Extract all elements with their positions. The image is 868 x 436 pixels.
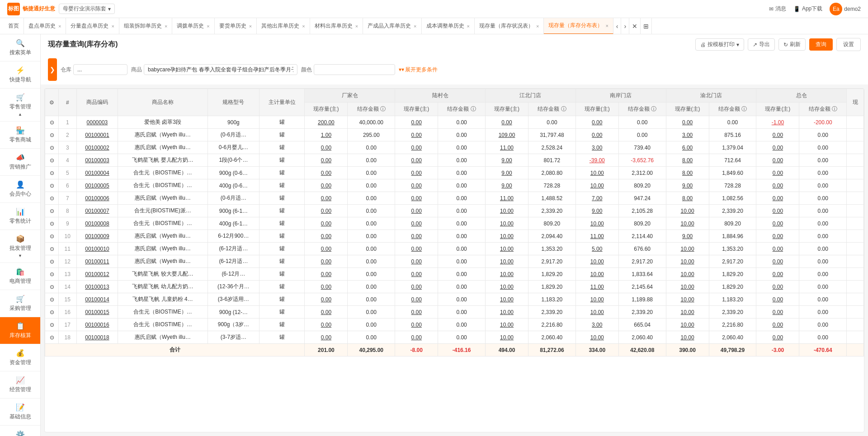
row-changjia-qty[interactable]: 0.00 [305,141,348,154]
row-yubei-qty[interactable]: 6.00 [666,141,709,154]
sidebar-item-wholesale[interactable]: 📦 批发管理 ▼ [0,230,40,263]
row-jiangbei-qty[interactable]: 10.00 [485,306,528,319]
row-jiangbei-qty[interactable]: 10.00 [485,331,528,344]
color-input[interactable] [314,64,395,75]
row-changjia-qty[interactable]: 0.00 [305,319,348,331]
row-yubei-qty[interactable]: 10.00 [666,319,709,331]
sidebar-item-retail-store[interactable]: 🏪 零售商城 [0,122,40,149]
row-zongcang-qty[interactable]: 0.00 [756,306,799,319]
close-icon[interactable]: × [165,23,167,29]
row-changjia-qty[interactable]: 0.00 [305,192,348,205]
row-zongcang-qty[interactable]: 0.00 [756,268,799,281]
row-changjia-qty[interactable]: 0.00 [305,217,348,230]
row-changjia-qty[interactable]: 0.00 [305,243,348,255]
row-lucun-qty[interactable]: 0.00 [395,141,438,154]
row-code[interactable]: 00100016 [76,319,118,331]
row-nanan-qty[interactable]: 10.00 [576,217,618,230]
row-settings[interactable]: ⊙ [45,268,59,281]
user-area[interactable]: Ea demo2 [830,3,861,15]
close-icon[interactable]: × [536,23,539,29]
tab-prev-btn[interactable]: ‹ [613,18,622,34]
row-jiangbei-qty[interactable]: 10.00 [485,293,528,306]
sidebar-item-system[interactable]: ⚙️ 系统管理 [0,426,40,436]
row-settings[interactable]: ⊙ [45,255,59,268]
row-yubei-qty[interactable]: 10.00 [666,306,709,319]
row-yubei-qty[interactable]: 10.00 [666,217,709,230]
sidebar-item-inventory[interactable]: 📋 库存核算 [0,317,40,344]
tab-close-all-btn[interactable]: ✕ [629,18,641,34]
row-settings[interactable]: ⊙ [45,243,59,255]
sidebar-item-marketing[interactable]: 📣 营销推广 [0,149,40,176]
row-settings[interactable]: ⊙ [45,230,59,243]
row-changjia-qty[interactable]: 0.00 [305,268,348,281]
row-code[interactable]: 00100008 [76,217,118,230]
row-zongcang-qty[interactable]: 0.00 [756,129,799,141]
close-icon[interactable]: × [355,23,358,29]
query-btn[interactable]: 查询 [809,38,833,51]
row-yubei-qty[interactable]: 10.00 [666,281,709,293]
row-code[interactable]: 00100007 [76,205,118,217]
row-nanan-qty[interactable]: 10.00 [576,255,618,268]
tab-next-btn[interactable]: › [621,18,629,34]
message-btn[interactable]: ✉ 消息 [769,5,786,13]
close-icon[interactable]: × [249,23,252,29]
row-changjia-qty[interactable]: 0.00 [305,205,348,217]
row-zongcang-qty[interactable]: 0.00 [756,141,799,154]
row-jiangbei-qty[interactable]: 10.00 [485,255,528,268]
tab-cost-adjust[interactable]: 成本调整单历史 × [422,18,475,34]
row-nanan-qty[interactable]: 10.00 [576,306,618,319]
row-changjia-qty[interactable]: 0.00 [305,331,348,344]
tab-home[interactable]: 首页 [4,18,24,34]
row-settings[interactable]: ⊙ [45,319,59,331]
tab-inventory-single[interactable]: 盘点单历史 × [24,18,66,34]
refresh-btn[interactable]: ↻ 刷新 [778,38,806,51]
row-lucun-qty[interactable]: 0.00 [395,116,438,129]
row-lucun-qty[interactable]: 0.00 [395,179,438,192]
collapse-btn[interactable]: ❯ [48,58,57,81]
row-yubei-qty[interactable]: 9.00 [666,230,709,243]
row-yubei-qty[interactable]: 10.00 [666,205,709,217]
sidebar-item-finance[interactable]: 💰 资金管理 [0,344,40,371]
sidebar-item-retail-stats[interactable]: 📊 零售统计 [0,203,40,230]
row-yubei-qty[interactable]: 8.00 [666,167,709,179]
tab-expand-btn[interactable]: ⊞ [641,18,652,34]
row-settings[interactable]: ⊙ [45,192,59,205]
close-icon[interactable]: × [414,23,416,29]
row-changjia-qty[interactable]: 0.00 [305,281,348,293]
tab-transfer[interactable]: 调拨单历史 × [172,18,214,34]
row-zongcang-qty[interactable]: 0.00 [756,167,799,179]
row-changjia-qty[interactable]: 0.00 [305,230,348,243]
row-lucun-qty[interactable]: 0.00 [395,319,438,331]
row-yubei-qty[interactable]: 3.00 [666,129,709,141]
th-settings[interactable]: ⚙ [45,89,59,116]
app-download-btn[interactable]: 📱 App下载 [793,5,822,13]
row-zongcang-qty[interactable]: 0.00 [756,192,799,205]
row-code[interactable]: 00100014 [76,293,118,306]
sidebar-item-retail-mgmt[interactable]: 🛒 零售管理 ▲ [0,89,40,122]
close-icon[interactable]: × [58,23,61,29]
settings-btn[interactable]: 设置 [836,38,861,51]
row-lucun-qty[interactable]: 0.00 [395,217,438,230]
row-jiangbei-qty[interactable]: 11.00 [485,141,528,154]
tab-stock-status[interactable]: 现存量（库存状况表） × [475,18,544,34]
row-lucun-qty[interactable]: 0.00 [395,268,438,281]
row-changjia-qty[interactable]: 1.00 [305,129,348,141]
close-icon[interactable]: × [207,23,209,29]
row-zongcang-qty[interactable]: 0.00 [756,319,799,331]
row-nanan-qty[interactable]: 3.00 [576,141,618,154]
warehouse-input[interactable] [73,64,127,75]
tab-assemble[interactable]: 组装拆卸单历史 × [119,18,172,34]
row-zongcang-qty[interactable]: 0.00 [756,217,799,230]
product-input[interactable] [144,64,297,75]
row-code[interactable]: 00100010 [76,243,118,255]
row-settings[interactable]: ⊙ [45,205,59,217]
row-nanan-qty[interactable]: 9.00 [576,205,618,217]
row-settings[interactable]: ⊙ [45,167,59,179]
row-zongcang-qty[interactable]: 0.00 [756,293,799,306]
row-changjia-qty[interactable]: 0.00 [305,167,348,179]
row-jiangbei-qty[interactable]: 10.00 [485,319,528,331]
row-nanan-qty[interactable]: 3.00 [576,319,618,331]
row-code[interactable]: 0000003 [76,116,118,129]
store-selector[interactable]: 母婴行业演示陈套 ▾ [59,4,115,14]
row-yubei-qty[interactable]: 0.00 [666,116,709,129]
